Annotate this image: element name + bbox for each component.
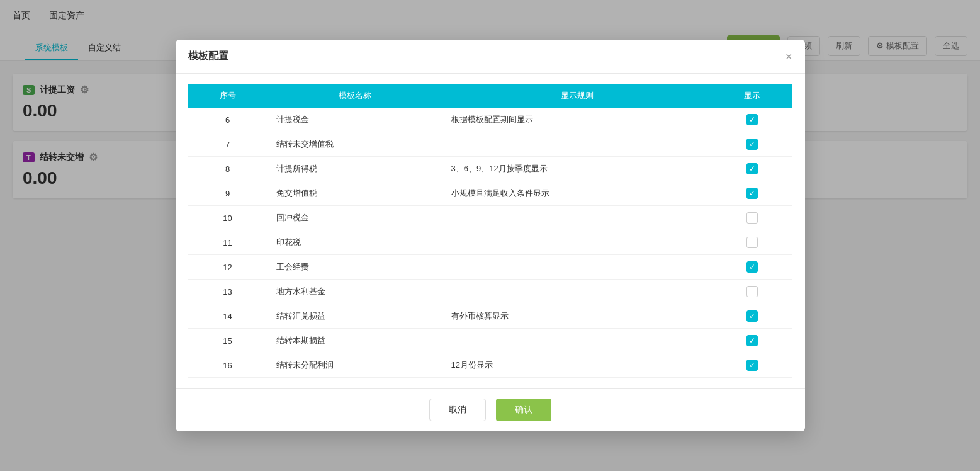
row-name: 计提税金: [268, 108, 442, 132]
row-index: 16: [188, 353, 268, 378]
display-checkbox[interactable]: [746, 261, 758, 273]
row-rule: 小规模且满足收入条件显示: [442, 181, 713, 206]
row-name: 印花税: [268, 230, 442, 255]
display-checkbox[interactable]: [746, 335, 758, 346]
table-row: 16结转未分配利润12月份显示: [188, 353, 792, 378]
display-checkbox[interactable]: [746, 286, 758, 297]
table-row: 11印花税: [188, 230, 792, 255]
row-index: 11: [188, 230, 268, 255]
table-row: 13地方水利基金: [188, 280, 792, 304]
row-index: 13: [188, 280, 268, 304]
modal-overlay: 模板配置 × 序号 模板名称 显示规则 显示 6计提税金根据模板配置期间显示7结…: [0, 0, 980, 471]
row-rule: [442, 206, 713, 230]
table-header: 序号 模板名称 显示规则 显示: [188, 84, 792, 108]
table-row: 7结转未交增值税: [188, 132, 792, 157]
row-display: [712, 255, 792, 280]
row-index: 14: [188, 304, 268, 329]
row-index: 7: [188, 132, 268, 157]
row-display: [712, 230, 792, 255]
modal-footer: 取消 确认: [176, 388, 805, 431]
modal-title: 模板配置: [188, 50, 228, 63]
row-rule: [442, 132, 713, 157]
display-checkbox[interactable]: [746, 310, 758, 322]
display-checkbox[interactable]: [746, 212, 758, 224]
col-rule: 显示规则: [442, 84, 713, 108]
display-checkbox[interactable]: [746, 188, 758, 199]
row-name: 回冲税金: [268, 206, 442, 230]
row-rule: 根据模板配置期间显示: [442, 108, 713, 132]
table-row: 12工会经费: [188, 255, 792, 280]
table-row: 15结转本期损益: [188, 329, 792, 353]
row-display: [712, 181, 792, 206]
cancel-button[interactable]: 取消: [429, 399, 486, 421]
table-row: 6计提税金根据模板配置期间显示: [188, 108, 792, 132]
display-checkbox[interactable]: [746, 237, 758, 248]
row-index: 12: [188, 255, 268, 280]
display-checkbox[interactable]: [746, 163, 758, 174]
display-checkbox[interactable]: [746, 360, 758, 371]
col-index: 序号: [188, 84, 268, 108]
col-display: 显示: [712, 84, 792, 108]
confirm-button[interactable]: 确认: [496, 399, 551, 421]
row-display: [712, 304, 792, 329]
row-display: [712, 329, 792, 353]
table-row: 9免交增值税小规模且满足收入条件显示: [188, 181, 792, 206]
row-rule: 12月份显示: [442, 353, 713, 378]
row-index: 10: [188, 206, 268, 230]
row-display: [712, 157, 792, 181]
row-rule: [442, 230, 713, 255]
row-display: [712, 206, 792, 230]
row-rule: 3、6、9、12月按季度显示: [442, 157, 713, 181]
row-rule: [442, 329, 713, 353]
row-name: 工会经费: [268, 255, 442, 280]
row-name: 地方水利基金: [268, 280, 442, 304]
row-name: 结转汇兑损益: [268, 304, 442, 329]
row-index: 9: [188, 181, 268, 206]
table-row: 14结转汇兑损益有外币核算显示: [188, 304, 792, 329]
table-body: 6计提税金根据模板配置期间显示7结转未交增值税8计提所得税3、6、9、12月按季…: [188, 108, 792, 378]
modal-header: 模板配置 ×: [176, 40, 805, 74]
row-rule: [442, 255, 713, 280]
row-index: 15: [188, 329, 268, 353]
row-name: 免交增值税: [268, 181, 442, 206]
modal-close-button[interactable]: ×: [786, 51, 792, 62]
row-name: 结转未交增值税: [268, 132, 442, 157]
row-display: [712, 280, 792, 304]
row-rule: 有外币核算显示: [442, 304, 713, 329]
col-name: 模板名称: [268, 84, 442, 108]
display-checkbox[interactable]: [746, 139, 758, 150]
row-name: 计提所得税: [268, 157, 442, 181]
modal-body: 序号 模板名称 显示规则 显示 6计提税金根据模板配置期间显示7结转未交增值税8…: [176, 74, 805, 388]
row-name: 结转本期损益: [268, 329, 442, 353]
row-display: [712, 108, 792, 132]
row-name: 结转未分配利润: [268, 353, 442, 378]
row-index: 8: [188, 157, 268, 181]
config-table: 序号 模板名称 显示规则 显示 6计提税金根据模板配置期间显示7结转未交增值税8…: [188, 84, 792, 378]
row-display: [712, 132, 792, 157]
display-checkbox[interactable]: [746, 114, 758, 125]
template-config-modal: 模板配置 × 序号 模板名称 显示规则 显示 6计提税金根据模板配置期间显示7结…: [176, 40, 805, 431]
row-display: [712, 353, 792, 378]
row-rule: [442, 280, 713, 304]
table-row: 8计提所得税3、6、9、12月按季度显示: [188, 157, 792, 181]
table-row: 10回冲税金: [188, 206, 792, 230]
row-index: 6: [188, 108, 268, 132]
